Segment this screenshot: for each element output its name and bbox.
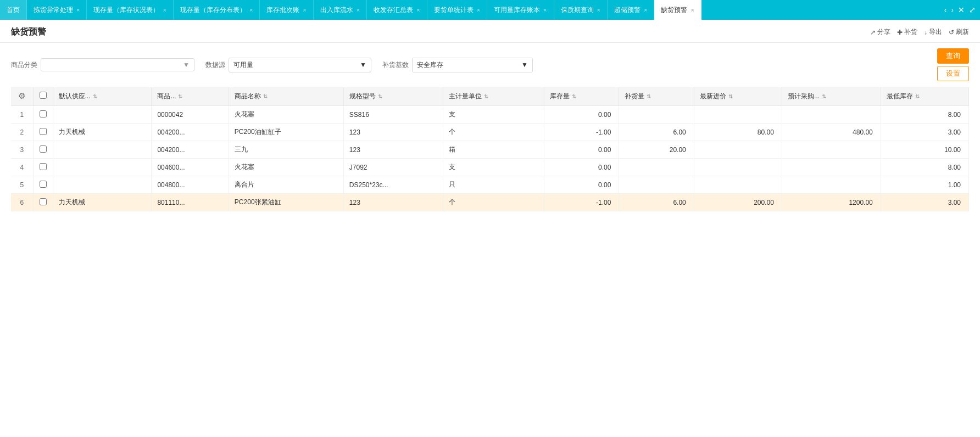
- table-row: 3 004200... 三九 123 箱 0.00 20.00 10.00: [11, 141, 969, 159]
- tab-fullscreen-button[interactable]: ⤢: [967, 0, 978, 20]
- refresh-button[interactable]: 刷新: [949, 27, 969, 37]
- replenish-base-label: 补货基数: [382, 60, 409, 70]
- row-latest-price: 200.00: [694, 194, 782, 211]
- export-button[interactable]: 导出: [924, 27, 942, 37]
- tab-inventory-dist[interactable]: 现存量（库存分布表） ×: [174, 0, 260, 20]
- tab-available-ledger[interactable]: 可用量库存账本 ×: [487, 0, 554, 20]
- row-product-name: 三九: [229, 141, 343, 159]
- row-checkbox[interactable]: [40, 128, 47, 135]
- row-stock: 0.00: [544, 141, 619, 159]
- row-checkbox[interactable]: [40, 163, 47, 170]
- tab-prev-button[interactable]: ‹: [942, 0, 949, 20]
- row-checkbox[interactable]: [40, 198, 47, 205]
- th-checkbox[interactable]: [33, 87, 53, 106]
- th-spec[interactable]: 规格型号 ⇅: [343, 87, 443, 106]
- tab-overstock-close[interactable]: ×: [644, 7, 647, 13]
- row-unit: 箱: [443, 141, 544, 159]
- th-product-code[interactable]: 商品... ⇅: [152, 87, 229, 106]
- tab-exception[interactable]: 拣货异常处理 ×: [27, 0, 87, 20]
- replenish-base-value: 安全库存: [417, 60, 443, 70]
- table-header-row: ⚙ 默认供应... ⇅ 商品... ⇅: [11, 87, 969, 106]
- row-checkbox[interactable]: [40, 110, 47, 117]
- row-spec: 123: [343, 141, 443, 159]
- row-est-purchase: [782, 159, 881, 176]
- tab-expiry-query-close[interactable]: ×: [597, 7, 600, 13]
- query-button[interactable]: 查询: [937, 48, 969, 64]
- category-select[interactable]: ▼: [41, 58, 194, 71]
- supplement-button[interactable]: 补货: [897, 27, 917, 37]
- tab-collect-total-close[interactable]: ×: [416, 7, 420, 13]
- row-supplier: [53, 141, 152, 159]
- table-row: 6 力天机械 801110... PC200张紧油缸 123 个 -1.00 6…: [11, 194, 969, 211]
- tab-batch-account-close[interactable]: ×: [303, 7, 306, 13]
- row-est-purchase: [782, 176, 881, 194]
- th-supplier[interactable]: 默认供应... ⇅: [53, 87, 152, 106]
- tab-inventory-dist-close[interactable]: ×: [249, 7, 253, 13]
- row-no: 6: [11, 194, 33, 211]
- tab-exception-close[interactable]: ×: [76, 7, 80, 13]
- select-all-checkbox[interactable]: [40, 92, 47, 99]
- row-no: 5: [11, 176, 33, 194]
- tab-inventory-status[interactable]: 现存量（库存状况表） ×: [87, 0, 173, 20]
- th-gear[interactable]: ⚙: [11, 87, 33, 106]
- row-checkbox-cell[interactable]: [33, 106, 53, 124]
- row-no: 2: [11, 124, 33, 141]
- th-unit[interactable]: 主计量单位 ⇅: [443, 87, 544, 106]
- row-checkbox[interactable]: [40, 145, 47, 153]
- gear-icon[interactable]: ⚙: [18, 91, 25, 100]
- row-replenish: [619, 176, 694, 194]
- row-product-code: 004200...: [152, 124, 229, 141]
- filter-bar: 商品分类 ▼ 数据源 可用量 ▼ 补货基数 安全库存 ▼ 查询 设置: [0, 43, 980, 87]
- tab-inout-flow-close[interactable]: ×: [357, 7, 360, 13]
- th-replenish[interactable]: 补货量 ⇅: [619, 87, 694, 106]
- settings-button[interactable]: 设置: [937, 66, 969, 81]
- row-min-stock: 8.00: [881, 159, 968, 176]
- replenish-base-select[interactable]: 安全库存 ▼: [412, 58, 533, 72]
- th-est-purchase[interactable]: 预计采购... ⇅: [782, 87, 881, 106]
- tab-available-ledger-close[interactable]: ×: [543, 7, 547, 13]
- row-product-code: 801110...: [152, 194, 229, 211]
- th-stock[interactable]: 库存量 ⇅: [544, 87, 619, 106]
- row-supplier: 力天机械: [53, 194, 152, 211]
- th-product-name[interactable]: 商品名称 ⇅: [229, 87, 343, 106]
- tab-shortage[interactable]: 缺货预警 ×: [654, 0, 701, 20]
- share-button[interactable]: 分享: [870, 27, 890, 37]
- row-latest-price: [694, 176, 782, 194]
- table-container: ⚙ 默认供应... ⇅ 商品... ⇅: [0, 87, 980, 211]
- th-latest-price[interactable]: 最新进价 ⇅: [694, 87, 782, 106]
- row-checkbox-cell[interactable]: [33, 176, 53, 194]
- row-replenish: 6.00: [619, 194, 694, 211]
- tab-overstock[interactable]: 超储预警 ×: [608, 0, 654, 20]
- sort-icon-stock: ⇅: [572, 93, 576, 99]
- header-actions: 分享 补货 导出 刷新: [870, 27, 969, 37]
- tab-inout-flow[interactable]: 出入库流水 ×: [314, 0, 367, 20]
- row-checkbox-cell[interactable]: [33, 124, 53, 141]
- tab-order-stats-close[interactable]: ×: [477, 7, 480, 13]
- export-icon: [924, 29, 927, 36]
- tab-inventory-status-close[interactable]: ×: [163, 7, 166, 13]
- row-min-stock: 8.00: [881, 106, 968, 124]
- row-checkbox-cell[interactable]: [33, 194, 53, 211]
- row-checkbox[interactable]: [40, 181, 47, 188]
- row-supplier: [53, 106, 152, 124]
- tab-shortage-close[interactable]: ×: [691, 7, 694, 13]
- tab-home[interactable]: 首页: [0, 0, 27, 20]
- category-arrow-icon: ▼: [183, 61, 190, 69]
- supplement-icon: [897, 29, 903, 36]
- tab-next-button[interactable]: ›: [949, 0, 956, 20]
- sort-icon-unit: ⇅: [484, 93, 488, 99]
- row-replenish: 6.00: [619, 124, 694, 141]
- tab-order-stats[interactable]: 要货单统计表 ×: [427, 0, 487, 20]
- datasource-select[interactable]: 可用量 ▼: [229, 58, 371, 72]
- tab-expiry-query[interactable]: 保质期查询 ×: [554, 0, 608, 20]
- datasource-value: 可用量: [233, 60, 253, 70]
- tab-batch-account[interactable]: 库存批次账 ×: [260, 0, 313, 20]
- tab-collect-total[interactable]: 收发存汇总表 ×: [367, 0, 427, 20]
- row-checkbox-cell[interactable]: [33, 159, 53, 176]
- row-replenish: [619, 159, 694, 176]
- tab-close-button[interactable]: ✕: [956, 0, 967, 20]
- th-min-stock[interactable]: 最低库存 ⇅: [881, 87, 968, 106]
- row-est-purchase: [782, 106, 881, 124]
- row-latest-price: [694, 141, 782, 159]
- row-checkbox-cell[interactable]: [33, 141, 53, 159]
